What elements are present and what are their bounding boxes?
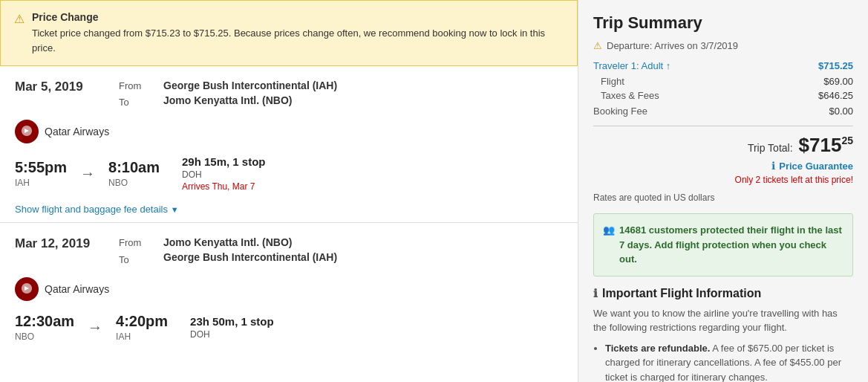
flight-1-depart: 5:55pm IAH <box>15 159 67 188</box>
rates-note: Rates are quoted in US dollars <box>593 192 853 203</box>
show-details-link-1[interactable]: Show flight and baggage fee details ▼ <box>15 204 179 215</box>
flight-2-header: Mar 12, 2019 From To Jomo Kenyatta Intl.… <box>15 236 563 266</box>
flight-2-arrow: → <box>74 319 116 336</box>
flight-1-airports: George Bush Intercontinental (IAH) Jomo … <box>163 80 337 106</box>
protection-icon: 👥 <box>603 223 615 267</box>
price-change-banner: ⚠ Price Change Ticket price changed from… <box>0 0 578 66</box>
flight-2-airports: Jomo Kenyatta Intl. (NBO) George Bush In… <box>163 236 337 263</box>
flight-2-airline-row: Qatar Airways <box>15 277 563 301</box>
airline-logo-1 <box>15 120 39 143</box>
flight-detail-row: Flight $69.00 <box>593 76 853 87</box>
flight-1-header: Mar 5, 2019 From To George Bush Intercon… <box>15 80 563 109</box>
total-label: Trip Total: <box>748 142 793 154</box>
flight-2-airline-name: Qatar Airways <box>45 283 109 295</box>
flight-2-duration-text: 23h 50m, 1 stop <box>190 315 274 328</box>
important-list-item-1: Tickets are refundable. A fee of $675.00… <box>605 341 853 383</box>
flight-2-depart: 12:30am NBO <box>15 313 74 342</box>
flight-1-airline-name: Qatar Airways <box>45 126 109 137</box>
protection-text: 👥 14681 customers protected their flight… <box>603 223 843 267</box>
flight-2-date: Mar 12, 2019 <box>15 236 104 251</box>
important-flight-title: ℹ Important Flight Information <box>593 287 853 300</box>
flight-1-duration: 29h 15m, 1 stop DOH Arrives Thu, Mar 7 <box>182 155 266 192</box>
traveler-price: $715.25 <box>818 60 853 71</box>
flight-2-depart-time: 12:30am <box>15 313 74 330</box>
important-desc: We want you to know the airline you're t… <box>593 306 853 335</box>
price-guarantee-text: Price Guarantee <box>779 161 853 172</box>
flight-2-times: 12:30am NBO → 4:20pm IAH 23h 50m, 1 stop… <box>15 313 563 342</box>
flight-1-stop-code: DOH <box>182 169 266 180</box>
total-price: $71525 <box>799 134 853 157</box>
warning-title: Price Change <box>32 11 564 23</box>
taxes-detail-row: Taxes & Fees $646.25 <box>593 90 853 101</box>
flight-2-from-airport: Jomo Kenyatta Intl. (NBO) <box>163 236 337 248</box>
protection-box: 👥 14681 customers protected their flight… <box>593 213 853 276</box>
flight-1-arrive: 8:10am NBO <box>108 159 160 188</box>
from-label-1: From <box>119 80 149 93</box>
traveler-label: Traveler 1: Adult ↑ <box>593 60 670 71</box>
left-panel: ⚠ Price Change Ticket price changed from… <box>0 0 578 382</box>
arrow-right-icon: → <box>80 165 95 182</box>
flight-1-arrow: → <box>67 165 108 182</box>
flight-1-from-to: From To <box>119 80 149 109</box>
flight-section-1: Mar 5, 2019 From To George Bush Intercon… <box>0 66 578 223</box>
flight-1-from-airport: George Bush Intercontinental (IAH) <box>163 80 337 91</box>
chevron-down-icon-1: ▼ <box>171 205 179 214</box>
total-row: Trip Total: $71525 <box>593 134 853 157</box>
flight-1-to-airport: Jomo Kenyatta Intl. (NBO) <box>163 94 337 106</box>
flight-2-stop-code: DOH <box>190 329 274 340</box>
flight-2-to-airport: George Bush Intercontinental (IAH) <box>163 251 337 263</box>
booking-fee-value: $0.00 <box>829 106 853 117</box>
warning-icon: ⚠ <box>14 12 25 26</box>
taxes-value: $646.25 <box>818 90 853 101</box>
arrow-right-icon-2: → <box>88 319 102 336</box>
flight-2-depart-code: NBO <box>15 331 74 342</box>
booking-fee-label: Booking Fee <box>593 106 647 117</box>
airline-logo-2 <box>15 277 39 301</box>
important-flight-section: ℹ Important Flight Information We want y… <box>593 287 853 383</box>
flight-1-date: Mar 5, 2019 <box>15 80 104 94</box>
flight-label: Flight <box>601 76 624 87</box>
trip-summary-title: Trip Summary <box>593 13 853 33</box>
flight-2-duration: 23h 50m, 1 stop DOH <box>190 315 274 340</box>
to-label-1: To <box>119 96 149 109</box>
flight-1-airline-row: Qatar Airways <box>15 120 563 143</box>
departure-label: ⚠ Departure: Arrives on 3/7/2019 <box>593 40 853 51</box>
flight-section-2: Mar 12, 2019 From To Jomo Kenyatta Intl.… <box>0 223 578 353</box>
taxes-label: Taxes & Fees <box>601 90 659 101</box>
tickets-left: Only 2 tickets left at this price! <box>593 175 853 185</box>
flight-1-arrive-time: 8:10am <box>108 159 160 176</box>
flight-1-arrive-code: NBO <box>108 178 160 188</box>
flight-1-depart-code: IAH <box>15 178 67 188</box>
booking-fee-row: Booking Fee $0.00 <box>593 106 853 117</box>
price-guarantee-row: ℹ Price Guarantee <box>593 160 853 172</box>
departure-warn-icon: ⚠ <box>593 40 602 51</box>
flight-value: $69.00 <box>823 76 853 87</box>
flight-1-duration-text: 29h 15m, 1 stop <box>182 155 266 168</box>
flight-2-arrive-time: 4:20pm <box>116 313 168 330</box>
flight-1-arrives-note: Arrives Thu, Mar 7 <box>182 181 266 192</box>
flight-1-times: 5:55pm IAH → 8:10am NBO 29h 15m, 1 stop … <box>15 155 563 192</box>
flight-1-depart-time: 5:55pm <box>15 159 67 176</box>
from-label-2: From <box>119 236 149 250</box>
flight-2-arrive-code: IAH <box>116 331 168 342</box>
important-list: Tickets are refundable. A fee of $675.00… <box>593 341 853 383</box>
right-panel: Trip Summary ⚠ Departure: Arrives on 3/7… <box>578 0 868 382</box>
flight-2-arrive: 4:20pm IAH <box>116 313 168 342</box>
warning-text: Ticket price changed from $715.23 to $71… <box>32 26 564 55</box>
to-label-2: To <box>119 253 149 267</box>
price-guarantee-icon: ℹ <box>771 160 775 172</box>
traveler-row: Traveler 1: Adult ↑ $715.25 <box>593 60 853 71</box>
info-icon: ℹ <box>593 287 598 300</box>
flight-2-from-to: From To <box>119 236 149 266</box>
